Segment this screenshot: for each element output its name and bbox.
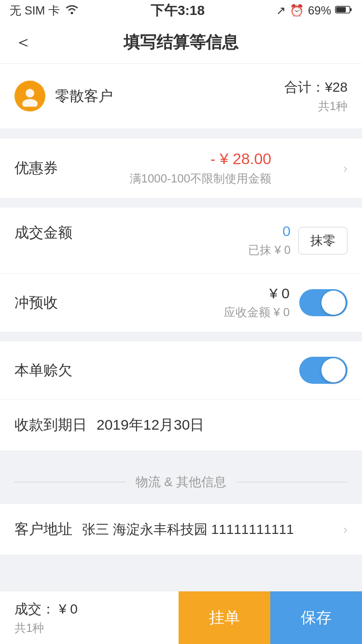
bottom-bar: 成交： ¥ 0 共1种 挂单 保存 [0, 591, 362, 644]
deal-amount: 0 [282, 223, 291, 239]
total-amount: 合计：¥28 [284, 78, 348, 97]
prepay-values: ¥ 0 应收金额 ¥ 0 [224, 285, 290, 320]
location-icon: ↗ [276, 4, 286, 17]
deal-value-wrapper: 0 已抹 ¥ 0 [248, 223, 291, 258]
due-date-value: 2019年12月30日 [97, 415, 204, 435]
no-sim-text: 无 SIM 卡 [10, 3, 60, 18]
bottom-deal-label: 成交： [14, 600, 55, 618]
prepay-row: 冲预收 ¥ 0 应收金额 ¥ 0 [0, 273, 362, 332]
bottom-deal-value: ¥ 0 [59, 602, 78, 617]
hang-button[interactable]: 挂单 [179, 591, 270, 644]
battery-icon [335, 4, 352, 17]
deal-row: 成交金额 0 已抹 ¥ 0 抹零 [0, 208, 362, 273]
credit-toggle-knob [321, 358, 346, 382]
prepay-right: ¥ 0 应收金额 ¥ 0 [224, 285, 348, 320]
prepay-label: 冲预收 [14, 293, 58, 313]
logistics-header: 物流 & 其他信息 [0, 460, 362, 504]
status-left: 无 SIM 卡 [10, 3, 79, 18]
credit-section: 本单赊欠 收款到期日 2019年12月30日 [0, 341, 362, 450]
bottom-deal-row: 成交： ¥ 0 [14, 600, 164, 618]
address-row[interactable]: 客户地址 张三 海淀永丰科技园 11111111111 › [0, 504, 362, 555]
address-section: 客户地址 张三 海淀永丰科技园 11111111111 › [0, 504, 362, 555]
gap3 [0, 332, 362, 341]
wifi-icon [65, 4, 79, 17]
deal-label: 成交金额 [14, 223, 72, 243]
gap1 [0, 128, 362, 138]
coupon-sub: 满1000-100不限制使用金额 [130, 171, 271, 186]
back-button[interactable]: ＜ [14, 30, 32, 54]
customer-left: 零散客户 [14, 81, 113, 112]
status-right: ↗ ⏰ 69% [276, 4, 352, 17]
customer-name: 零散客户 [55, 86, 113, 106]
coupon-section: 优惠券 - ¥ 28.00 满1000-100不限制使用金额 › [0, 138, 362, 198]
toggle-knob [321, 291, 346, 315]
battery-text: 69% [308, 4, 331, 17]
coupon-label: 优惠券 [14, 158, 58, 178]
deal-value: 0 [248, 223, 291, 239]
customer-right: 合计：¥28 共1种 [284, 78, 348, 114]
coupon-right: - ¥ 28.00 满1000-100不限制使用金额 [130, 150, 271, 186]
avatar [14, 81, 45, 112]
credit-toggle[interactable] [299, 357, 348, 384]
bottom-info: 成交： ¥ 0 共1种 [0, 600, 179, 636]
nav-bar: ＜ 填写结算等信息 [0, 21, 362, 64]
alarm-icon: ⏰ [290, 4, 304, 17]
logistics-line-left [14, 482, 126, 482]
credit-row: 本单赊欠 [0, 341, 362, 399]
customer-section: 零散客户 合计：¥28 共1种 [0, 64, 362, 128]
due-date-row: 收款到期日 2019年12月30日 [0, 399, 362, 450]
gap4 [0, 450, 362, 460]
address-value: 张三 海淀永丰科技园 11111111111 [82, 520, 343, 539]
status-bar: 无 SIM 卡 下午3:18 ↗ ⏰ 69% [0, 0, 362, 21]
save-button[interactable]: 保存 [270, 591, 362, 644]
status-time: 下午3:18 [151, 1, 205, 20]
prepay-value: ¥ 0 [224, 285, 290, 302]
bottom-count: 共1种 [14, 620, 164, 636]
chevron-right-icon: › [343, 161, 348, 176]
svg-rect-3 [336, 7, 346, 13]
svg-point-5 [22, 99, 38, 107]
logistics-line-right [236, 482, 348, 482]
coupon-row[interactable]: 优惠券 - ¥ 28.00 满1000-100不限制使用金额 › [0, 138, 362, 198]
content-area: 零散客户 合计：¥28 共1种 优惠券 - ¥ 28.00 满1000-100不… [0, 64, 362, 644]
gap2 [0, 198, 362, 208]
prepay-sub: 应收金额 ¥ 0 [224, 305, 290, 320]
address-chevron-icon: › [343, 522, 348, 537]
svg-point-4 [26, 89, 34, 98]
customer-row[interactable]: 零散客户 合计：¥28 共1种 [0, 64, 362, 128]
deal-right: 0 已抹 ¥ 0 抹零 [248, 223, 348, 258]
credit-label: 本单赊欠 [14, 361, 72, 380]
logistics-label: 物流 & 其他信息 [136, 474, 226, 490]
page-title: 填写结算等信息 [124, 31, 238, 54]
coupon-discount: - ¥ 28.00 [130, 150, 271, 168]
address-label: 客户地址 [14, 519, 72, 539]
total-count: 共1种 [284, 98, 348, 114]
svg-point-0 [71, 12, 73, 14]
deal-section: 成交金额 0 已抹 ¥ 0 抹零 冲预收 ¥ 0 应收金额 ¥ 0 [0, 208, 362, 332]
deal-sub: 已抹 ¥ 0 [248, 242, 291, 258]
due-date-label: 收款到期日 [14, 415, 87, 435]
mozero-button[interactable]: 抹零 [298, 227, 348, 254]
svg-rect-2 [350, 8, 352, 11]
prepay-toggle[interactable] [299, 289, 348, 316]
